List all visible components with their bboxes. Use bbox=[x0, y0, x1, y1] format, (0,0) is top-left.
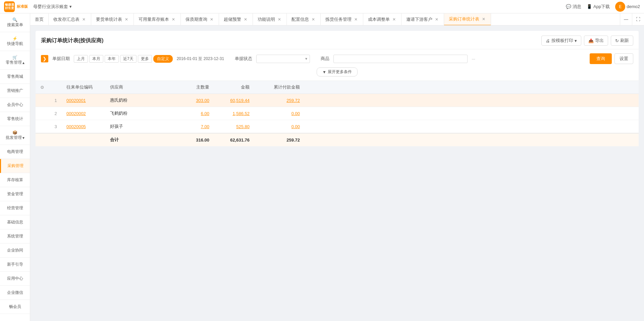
table-header-row: ⚙ 往来单位编码 供应商 主数量 bbox=[36, 81, 639, 94]
sidebar-item-marketing[interactable]: 营销推广 bbox=[0, 84, 30, 98]
sidebar-item-app-center[interactable]: 应用中心 bbox=[0, 272, 30, 286]
tab-cost-adjust[interactable]: 成本调整单 ✕ bbox=[363, 13, 401, 25]
row-paid-3[interactable]: 0.00 bbox=[254, 120, 304, 133]
query-button[interactable]: 查询 bbox=[590, 53, 612, 64]
date-btn-7days[interactable]: 近7天 bbox=[120, 55, 137, 63]
expand-more-button[interactable]: ▼ 展开更多条件 bbox=[317, 67, 358, 76]
tab-close-purchase-summary[interactable]: ✕ bbox=[481, 16, 486, 22]
sidebar-enterprise-label: 企业协同 bbox=[3, 248, 27, 253]
tab-invite-downstream[interactable]: 邀请下游客户 ✕ bbox=[401, 13, 444, 25]
sidebar-item-basic-info[interactable]: 基础信息 bbox=[0, 215, 30, 229]
tab-overstock-alert[interactable]: 超储预警 ✕ bbox=[219, 13, 253, 25]
tab-available-stock[interactable]: 可用量库存账本 ✕ bbox=[134, 13, 181, 25]
tab-order-summary[interactable]: 要货单统计表 ✕ bbox=[91, 13, 134, 25]
tab-minimize-button[interactable]: — bbox=[620, 13, 632, 25]
page-title-bar: 采购订单统计表(按供应商) 🖨 按模板打印 ▾ 📤 导出 ↻ bbox=[36, 31, 639, 49]
row-paid-1[interactable]: 259.72 bbox=[254, 94, 304, 107]
refresh-button[interactable]: ↻ 刷新 bbox=[611, 36, 633, 46]
tab-close-picking-task[interactable]: ✕ bbox=[354, 16, 358, 22]
sidebar-item-newbie[interactable]: 新手引导 bbox=[0, 258, 30, 272]
row-code-1[interactable]: 00020001 bbox=[62, 94, 106, 107]
sidebar-item-vip[interactable]: 畅会员 bbox=[0, 300, 30, 314]
print-dropdown-icon: ▾ bbox=[575, 38, 577, 43]
status-select[interactable] bbox=[256, 55, 310, 63]
main-layout: 🔍 搜索菜单 ⚡ 快捷导航 🛒 零售管理 ▴ 零售商城 营销推广 会员中心 零售… bbox=[0, 13, 644, 321]
date-filter-label: 单据日期 bbox=[52, 56, 70, 62]
tab-close-available-stock[interactable]: ✕ bbox=[171, 16, 176, 22]
goods-input[interactable] bbox=[333, 55, 468, 63]
print-button[interactable]: 🖨 按模板打印 ▾ bbox=[541, 36, 581, 46]
tab-expiry-query[interactable]: 保质期查询 ✕ bbox=[181, 13, 219, 25]
sidebar-item-ecommerce[interactable]: 电商管理 bbox=[0, 145, 30, 159]
row-code-3[interactable]: 00020005 bbox=[62, 120, 106, 133]
filter-collapse-button[interactable]: ❯ bbox=[41, 55, 48, 62]
row-code-2[interactable]: 00020002 bbox=[62, 107, 106, 120]
tab-close-expiry-query[interactable]: ✕ bbox=[209, 16, 214, 22]
tab-home[interactable]: 首页 bbox=[30, 13, 49, 25]
sidebar-item-wholesale[interactable]: 📦 批发管理 ▾ bbox=[0, 126, 30, 145]
tab-receive-summary[interactable]: 收发存汇总表 ✕ bbox=[49, 13, 91, 25]
tab-overstock-alert-label: 超储预警 bbox=[224, 16, 241, 22]
th-code: 往来单位编码 bbox=[62, 81, 106, 94]
tab-close-function-desc[interactable]: ✕ bbox=[277, 16, 282, 22]
sidebar-item-operations[interactable]: 经营管理 bbox=[0, 201, 30, 215]
tab-function-desc[interactable]: 功能说明 ✕ bbox=[253, 13, 287, 25]
sidebar-item-finance[interactable]: 资金管理 bbox=[0, 187, 30, 201]
tab-maximize-button[interactable]: ⛶ bbox=[632, 13, 644, 25]
sidebar-item-search[interactable]: 🔍 搜索菜单 bbox=[0, 13, 30, 32]
message-button[interactable]: 💬 消息 bbox=[566, 4, 581, 10]
sidebar-item-wechat[interactable]: 企业微信 bbox=[0, 286, 30, 300]
sidebar-item-member[interactable]: 会员中心 bbox=[0, 98, 30, 112]
sidebar-item-retail-stats[interactable]: 零售统计 bbox=[0, 112, 30, 126]
goods-more-icon[interactable]: ··· bbox=[472, 56, 475, 61]
sidebar-item-system[interactable]: 系统管理 bbox=[0, 229, 30, 244]
tab-close-receive-summary[interactable]: ✕ bbox=[82, 16, 86, 22]
tab-config-info[interactable]: 配置信息 ✕ bbox=[287, 13, 321, 25]
tab-close-order-summary[interactable]: ✕ bbox=[124, 16, 129, 22]
row-settings-1 bbox=[36, 94, 49, 107]
sidebar-item-inventory[interactable]: 库存核算 bbox=[0, 173, 30, 187]
sidebar-item-retail-mall[interactable]: 零售商城 bbox=[0, 70, 30, 84]
row-qty-2[interactable]: 6.00 bbox=[173, 107, 213, 120]
export-icon: 📤 bbox=[588, 38, 594, 43]
app-download-icon: 📱 bbox=[587, 4, 592, 9]
wholesale-arrow-icon: ▾ bbox=[22, 136, 24, 140]
row-amount-1[interactable]: 60,519.44 bbox=[213, 94, 254, 107]
row-qty-1[interactable]: 303.00 bbox=[173, 94, 213, 107]
sidebar-item-shortcut[interactable]: ⚡ 快捷导航 bbox=[0, 32, 30, 51]
workspace-selector[interactable]: 母婴行业演示账套 ▾ bbox=[31, 2, 74, 11]
row-qty-3[interactable]: 7.00 bbox=[173, 120, 213, 133]
refresh-label: 刷新 bbox=[620, 38, 629, 44]
sidebar-item-retail[interactable]: 🛒 零售管理 ▴ bbox=[0, 51, 30, 70]
sidebar-system-label: 系统管理 bbox=[3, 233, 27, 239]
tab-close-overstock-alert[interactable]: ✕ bbox=[243, 16, 248, 22]
tab-purchase-summary[interactable]: 采购订单统计表 ✕ bbox=[444, 13, 491, 25]
th-settings[interactable]: ⚙ bbox=[36, 81, 49, 94]
settings-button[interactable]: 设置 bbox=[614, 53, 633, 64]
tab-close-cost-adjust[interactable]: ✕ bbox=[392, 16, 396, 22]
sidebar-item-purchase[interactable]: 采购管理 bbox=[0, 159, 30, 173]
app-download-button[interactable]: 📱 App下载 bbox=[587, 4, 610, 10]
row-paid-2[interactable]: 0.00 bbox=[254, 107, 304, 120]
row-amount-2[interactable]: 1,586.52 bbox=[213, 107, 254, 120]
retail-icon: 🛒 bbox=[3, 55, 27, 60]
date-btn-more[interactable]: 更多 bbox=[138, 55, 152, 63]
tab-close-config-info[interactable]: ✕ bbox=[311, 16, 316, 22]
retail-arrow-icon: ▴ bbox=[22, 60, 24, 65]
th-supplier: 供应商 bbox=[106, 81, 173, 94]
row-seq-1: 1 bbox=[49, 94, 62, 107]
row-spacer-2 bbox=[304, 107, 639, 120]
footer-amount: 62,631.76 bbox=[213, 133, 254, 146]
export-button[interactable]: 📤 导出 bbox=[584, 36, 608, 46]
workspace-chevron-icon: ▾ bbox=[69, 4, 72, 9]
user-menu[interactable]: E demo2 bbox=[615, 2, 640, 12]
date-btn-last-month[interactable]: 上月 bbox=[74, 55, 88, 63]
sidebar-item-enterprise[interactable]: 企业协同 bbox=[0, 244, 30, 258]
tab-picking-task[interactable]: 拣货任务管理 ✕ bbox=[321, 13, 363, 25]
sidebar-retail-mall-label: 零售商城 bbox=[3, 74, 27, 79]
date-btn-this-month[interactable]: 本月 bbox=[89, 55, 103, 63]
date-btn-custom[interactable]: 自定义 bbox=[153, 55, 173, 63]
date-btn-this-year[interactable]: 本年 bbox=[105, 55, 119, 63]
row-amount-3[interactable]: 525.80 bbox=[213, 120, 254, 133]
tab-close-invite-downstream[interactable]: ✕ bbox=[434, 16, 439, 22]
